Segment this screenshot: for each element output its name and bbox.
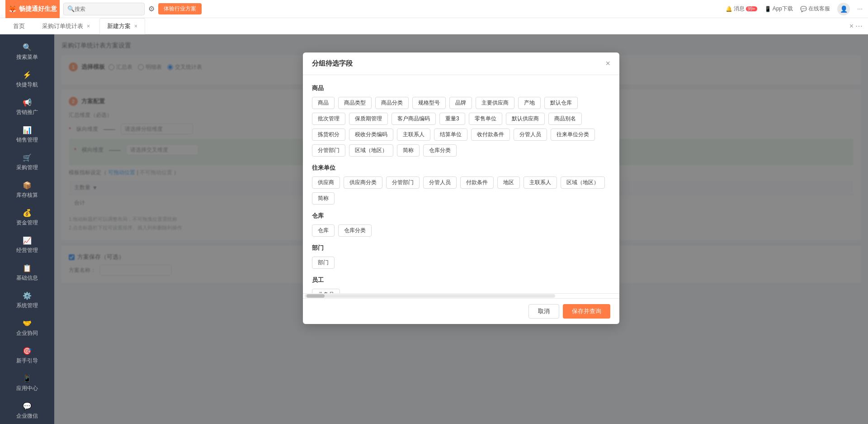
finance-icon: 💰 [23, 208, 32, 217]
sidebar-item-quicknav-label: 快捷导航 [16, 81, 38, 89]
hscroll-thumb[interactable] [307, 294, 325, 298]
sidebar-item-basic[interactable]: 📋 基础信息 [0, 259, 54, 286]
tag-默认供应商[interactable]: 默认供应商 [506, 113, 545, 125]
notification-badge: 99+ [746, 6, 757, 11]
settings-icon[interactable]: ⚙ [148, 5, 155, 13]
tag-区域（地区）[interactable]: 区域（地区） [561, 176, 605, 189]
tag-商品[interactable]: 商品 [312, 97, 335, 109]
tab-purchase-stats-close[interactable]: × [87, 23, 90, 29]
modal-hscroll[interactable] [303, 293, 619, 298]
tag-商品类型[interactable]: 商品类型 [338, 97, 372, 109]
tag-收付款条件[interactable]: 收付款条件 [471, 129, 510, 141]
tag-保质期管理[interactable]: 保质期管理 [349, 113, 388, 125]
tag-部门[interactable]: 部门 [312, 257, 335, 269]
section-title-department: 部门 [312, 244, 610, 252]
tag-仓库[interactable]: 仓库 [312, 224, 335, 237]
sidebar-item-operations[interactable]: 📈 经营管理 [0, 231, 54, 259]
sidebar-item-newbie[interactable]: 🎯 新手引导 [0, 342, 54, 369]
app-download-label: App下载 [773, 5, 793, 13]
tab-purchase-stats[interactable]: 采购订单统计表 × [34, 18, 98, 34]
sidebar-item-newbie-label: 新手引导 [16, 357, 38, 365]
tag-批次管理[interactable]: 批次管理 [312, 113, 345, 125]
sidebar-item-basic-label: 基础信息 [16, 274, 38, 282]
tag-分管部门[interactable]: 分管部门 [386, 176, 420, 189]
tag-供应商分类[interactable]: 供应商分类 [344, 176, 382, 189]
modal-title: 分组待选字段 [312, 59, 353, 68]
tab-new-plan-close[interactable]: × [134, 23, 137, 29]
tag-结算单位[interactable]: 结算单位 [434, 129, 467, 141]
sidebar-item-wechat[interactable]: 💬 企业微信 [0, 397, 54, 424]
tab-bar: 首页 采购订单统计表 × 新建方案 × × ⋯ [0, 18, 868, 34]
tag-往来单位分类[interactable]: 往来单位分类 [551, 129, 595, 141]
sidebar-item-finance[interactable]: 💰 资金管理 [0, 204, 54, 231]
tag-主要供应商[interactable]: 主要供应商 [476, 97, 514, 109]
tag-重量3[interactable]: 重量3 [439, 113, 465, 125]
tag-分管部门[interactable]: 分管部门 [312, 144, 345, 157]
operations-icon: 📈 [23, 236, 32, 245]
logo-area: 🦊 畅捷通好生意 [5, 0, 60, 18]
sidebar-item-search[interactable]: 🔍 搜索菜单 [0, 38, 54, 66]
modal-close-btn[interactable]: × [605, 59, 610, 68]
tag-零售单位[interactable]: 零售单位 [469, 113, 502, 125]
tag-分管人员[interactable]: 分管人员 [514, 129, 547, 141]
tag-供应商[interactable]: 供应商 [312, 176, 340, 189]
newbie-icon: 🎯 [23, 346, 32, 355]
search-input[interactable] [75, 6, 133, 12]
tag-业务员[interactable]: 业务员 [312, 289, 340, 293]
tab-close-all[interactable]: × [849, 22, 854, 30]
tag-地区[interactable]: 地区 [497, 176, 520, 189]
tag-拣货积分[interactable]: 拣货积分 [312, 129, 345, 141]
top-bar: 🦊 畅捷通好生意 🔍 ⚙ 体验行业方案 🔔 消息 99+ 📱 App下载 💬 在… [0, 0, 868, 18]
tag-区域（地区）[interactable]: 区域（地区） [349, 144, 393, 157]
hscroll-track [305, 294, 555, 298]
tag-产地[interactable]: 产地 [518, 97, 541, 109]
expand-icon[interactable]: ⋯ [857, 6, 863, 12]
tag-税收分类编码[interactable]: 税收分类编码 [349, 129, 393, 141]
avatar[interactable]: 👤 [837, 3, 850, 15]
sidebar-item-system[interactable]: ⚙️ 系统管理 [0, 286, 54, 314]
tag-默认仓库[interactable]: 默认仓库 [544, 97, 578, 109]
online-service-area[interactable]: 💬 在线客服 [800, 5, 830, 13]
tag-规格型号[interactable]: 规格型号 [412, 97, 446, 109]
notification-label: 消息 [734, 5, 745, 13]
tag-商品别名[interactable]: 商品别名 [548, 113, 582, 125]
sidebar-item-finance-label: 资金管理 [16, 219, 38, 227]
tag-仓库分类[interactable]: 仓库分类 [423, 144, 457, 157]
notification-area[interactable]: 🔔 消息 99+ [726, 5, 757, 13]
modal-overlay: 分组待选字段 × 商品商品商品类型商品分类规格型号品牌主要供应商产地默认仓库批次… [54, 34, 868, 424]
sidebar-item-inventory[interactable]: 📦 库存核算 [0, 176, 54, 204]
tab-new-plan-label: 新建方案 [107, 22, 131, 30]
tag-group-department: 部门 [312, 257, 610, 269]
tab-new-plan[interactable]: 新建方案 × [99, 18, 145, 34]
top-bar-right: 🔔 消息 99+ 📱 App下载 💬 在线客服 👤 ⋯ [726, 3, 863, 15]
sidebar-item-wechat-label: 企业微信 [16, 412, 38, 420]
search-icon: 🔍 [67, 5, 75, 12]
tab-home[interactable]: 首页 [5, 18, 33, 34]
sidebar-item-enterprise[interactable]: 🤝 企业协同 [0, 314, 54, 342]
sidebar-item-marketing[interactable]: 📢 营销推广 [0, 93, 54, 121]
sidebar-item-purchase[interactable]: 🛒 采购管理 [0, 148, 54, 176]
sidebar-item-appcenter[interactable]: 📱 应用中心 [0, 369, 54, 397]
tab-expand-icon[interactable]: ⋯ [855, 22, 863, 30]
tag-简称[interactable]: 简称 [312, 192, 335, 205]
tag-商品分类[interactable]: 商品分类 [375, 97, 409, 109]
cancel-button[interactable]: 取消 [528, 304, 559, 319]
quicknav-icon: ⚡ [23, 70, 32, 79]
tag-主联系人[interactable]: 主联系人 [524, 176, 557, 189]
tag-品牌[interactable]: 品牌 [449, 97, 472, 109]
confirm-button[interactable]: 保存并查询 [563, 304, 610, 319]
experience-btn[interactable]: 体验行业方案 [158, 3, 202, 14]
tag-仓库分类[interactable]: 仓库分类 [338, 224, 372, 237]
sidebar-item-sales[interactable]: 📊 销售管理 [0, 121, 54, 148]
sidebar-item-appcenter-label: 应用中心 [16, 385, 38, 392]
tag-客户商品编码[interactable]: 客户商品编码 [392, 113, 436, 125]
tag-主联系人[interactable]: 主联系人 [397, 129, 430, 141]
tag-group-partner: 供应商供应商分类分管部门分管人员付款条件地区主联系人区域（地区）简称 [312, 176, 610, 205]
tag-分管人员[interactable]: 分管人员 [423, 176, 457, 189]
tag-付款条件[interactable]: 付款条件 [460, 176, 494, 189]
sidebar-item-quicknav[interactable]: ⚡ 快捷导航 [0, 66, 54, 93]
app-download-area[interactable]: 📱 App下载 [764, 5, 793, 13]
tag-简称[interactable]: 简称 [397, 144, 420, 157]
search-bar[interactable]: 🔍 [63, 3, 145, 15]
tag-group-warehouse: 仓库仓库分类 [312, 224, 610, 237]
